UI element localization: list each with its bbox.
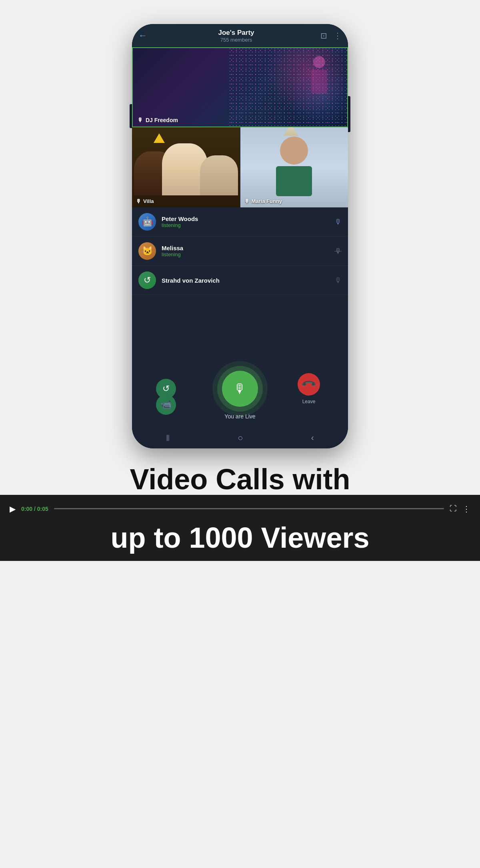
participant-item-strahd: ↺ Strahd von Zarovich 🎙: [132, 266, 348, 295]
villa-mic-icon: 🎙: [136, 198, 141, 204]
participant-name-strahd: Strahd von Zarovich: [162, 277, 334, 284]
page-wrapper: ← Joe's Party 755 members ⊡ ⋮: [0, 0, 480, 868]
video-tile-maria: 🎙 Maria Funny: [240, 127, 348, 207]
mic-status-peter: 🎙: [334, 218, 342, 226]
promo-line-2: up to 1000 Viewers: [0, 523, 480, 561]
video-player-bar: ▶ 0:00 / 0:05 ⛶ ⋮: [0, 495, 480, 523]
nav-recent-apps[interactable]: ⦀: [166, 433, 170, 443]
video-button[interactable]: 📹: [156, 395, 176, 415]
participant-status-melissa: listening: [162, 251, 334, 257]
main-video-background: [133, 48, 347, 127]
mic-status-melissa: 🎙: [334, 247, 342, 255]
participant-info-melissa: Melissa listening: [162, 245, 334, 257]
controls-row: ↺ 📹 🎙 📞: [140, 371, 340, 407]
participant-item-peter: 🤖 Peter Woods listening 🎙: [132, 207, 348, 237]
more-menu-icon[interactable]: ⋮: [334, 31, 342, 40]
phone-screen: ← Joe's Party 755 members ⊡ ⋮: [132, 24, 348, 448]
time-display: 0:00 / 0:05: [21, 506, 48, 512]
maria-speaker-label: 🎙 Maria Funny: [244, 198, 282, 204]
app-header: ← Joe's Party 755 members ⊡ ⋮: [132, 24, 348, 47]
header-info: Joe's Party 755 members: [152, 29, 320, 43]
video-tile-villa: 🎙 Villa: [132, 127, 240, 207]
main-speaker-name: DJ Freedom: [146, 117, 178, 123]
nav-bar: ⦀ ○ ‹: [132, 428, 348, 448]
dj-figure: [303, 56, 335, 120]
participant-status-peter: listening: [162, 222, 334, 228]
nav-back[interactable]: ‹: [311, 433, 314, 443]
bottom-text-area: Video Calls with ▶ 0:00 / 0:05 ⛶ ⋮ up to…: [0, 464, 480, 561]
phone-body: ← Joe's Party 755 members ⊡ ⋮: [132, 24, 348, 448]
secondary-videos: 🎙 Villa: [132, 127, 348, 207]
dj-head: [313, 56, 325, 68]
play-button[interactable]: ▶: [10, 504, 16, 514]
main-speaker-label: 🎙 DJ Freedom: [138, 117, 178, 123]
participant-name-peter: Peter Woods: [162, 215, 334, 222]
refresh-icon: ↺: [162, 384, 170, 394]
leave-label: Leave: [302, 399, 316, 404]
leave-icon: 📞: [300, 376, 317, 392]
main-video-tile: 🎙 DJ Freedom: [132, 47, 348, 127]
party-video-bg: [132, 127, 240, 207]
video-icon: 📹: [161, 400, 172, 410]
progress-bar[interactable]: [54, 508, 444, 509]
participant-list: 🤖 Peter Woods listening 🎙 🐱: [132, 207, 348, 367]
avatar-strahd: ↺: [138, 271, 156, 289]
promo-line-1: Video Calls with: [32, 464, 448, 495]
mic-button[interactable]: 🎙: [222, 371, 258, 407]
nav-home[interactable]: ○: [238, 433, 243, 443]
chat-title: Joe's Party: [218, 29, 254, 37]
live-status: You are Live: [224, 413, 255, 420]
header-actions: ⊡ ⋮: [320, 31, 342, 40]
back-button[interactable]: ←: [138, 30, 147, 41]
video-more-button[interactable]: ⋮: [462, 504, 470, 514]
participant-info-peter: Peter Woods listening: [162, 215, 334, 228]
villa-name: Villa: [143, 198, 154, 204]
phone-button-right: [348, 96, 350, 132]
cast-icon[interactable]: ⊡: [320, 31, 327, 40]
maria-name: Maria Funny: [252, 198, 282, 204]
fullscreen-button[interactable]: ⛶: [450, 504, 457, 513]
villa-speaker-label: 🎙 Villa: [136, 198, 154, 204]
dj-body: [311, 70, 327, 94]
member-count: 755 members: [220, 37, 252, 43]
participant-info-strahd: Strahd von Zarovich: [162, 277, 334, 284]
avatar-melissa: 🐱: [138, 242, 156, 260]
leave-button[interactable]: 📞: [298, 373, 320, 396]
participant-name-melissa: Melissa: [162, 245, 334, 251]
participant-item-melissa: 🐱 Melissa listening 🎙: [132, 237, 348, 266]
avatar-peter: 🤖: [138, 213, 156, 231]
maria-mic-icon: 🎙: [244, 198, 250, 204]
main-speaker-mic-icon: 🎙: [138, 117, 143, 123]
phone-container: ← Joe's Party 755 members ⊡ ⋮: [132, 24, 348, 448]
mic-icon: 🎙: [234, 382, 246, 396]
mic-status-strahd: 🎙: [334, 276, 342, 285]
controls-section: ↺ 📹 🎙 📞: [132, 367, 348, 428]
office-video-bg: [240, 127, 348, 207]
